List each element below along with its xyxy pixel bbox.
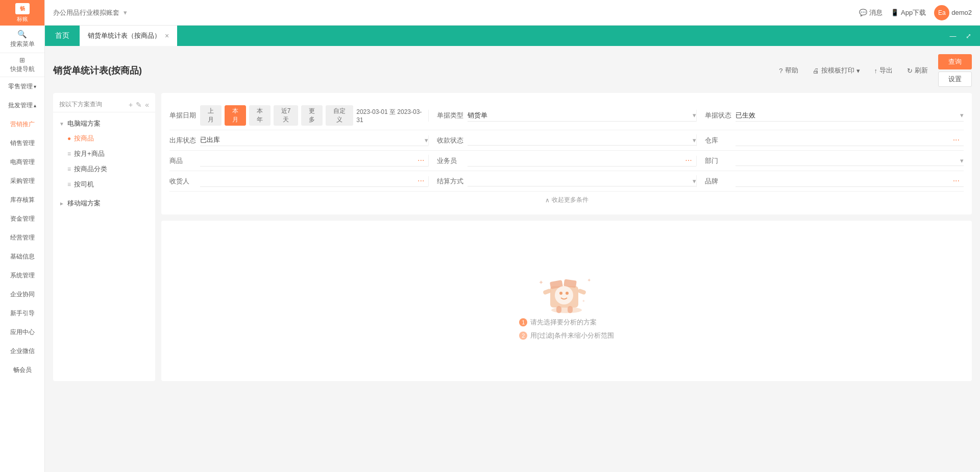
sidebar-item-purchase[interactable]: 采购管理 [0, 172, 44, 191]
scheme-panel-header: 按以下方案查询 + ✎ « [53, 97, 155, 112]
consignee-dots-icon[interactable]: ··· [413, 176, 428, 185]
custom-btn[interactable]: 自定义 [326, 105, 353, 126]
dept-label: 部门 [705, 156, 736, 166]
scheme-item-by-product[interactable]: ● 按商品 [53, 131, 155, 146]
message-btn[interactable]: 💬 消息 [859, 8, 883, 17]
status-filter: 已生效 ▾ [736, 110, 964, 122]
export-btn[interactable]: ↑ 导出 [870, 64, 897, 77]
list-icon-2: ≡ [67, 166, 71, 173]
type-filter: 销货单 ▾ [468, 110, 696, 122]
svg-rect-10 [568, 306, 573, 313]
filter-group-consignee: 收货人 ··· [169, 175, 428, 187]
sales-dots-icon[interactable]: ··· [681, 156, 696, 165]
date-filter-label: 单据日期 [169, 111, 200, 120]
sidebar-quicknav-item[interactable]: ⊞ 快捷导航 [0, 53, 44, 77]
filter-group-date: 单据日期 上月 本月 本年 近7天 更多 自定义 2023-03-01 至 20… [169, 105, 428, 126]
scheme-add-icon[interactable]: + [129, 101, 133, 109]
sidebar-item-enterprise[interactable]: 企业协同 [0, 285, 44, 304]
payment-label: 结算方式 [437, 177, 468, 186]
right-panel: 单据日期 上月 本月 本年 近7天 更多 自定义 2023-03-01 至 20… [161, 93, 972, 381]
this-month-btn[interactable]: 本月 [225, 105, 246, 126]
sidebar-item-finance[interactable]: 资金管理 [0, 209, 44, 228]
outstatus-dropdown-icon[interactable]: ▾ [425, 136, 428, 144]
hint-num-2: 2 [519, 332, 527, 340]
empty-hints: 1 请先选择要分析的方案 2 用[过滤]条件来缩小分析范围 [519, 318, 614, 340]
query-button[interactable]: 查询 [938, 54, 972, 69]
filter-group-type: 单据类型 销货单 ▾ [428, 110, 696, 122]
payment-dropdown-icon[interactable]: ▾ [693, 177, 696, 185]
sidebar-item-basic[interactable]: 基础信息 [0, 247, 44, 266]
scheme-section-mobile: ► 移动端方案 [53, 194, 155, 213]
status-select-value: 已生效 [736, 111, 960, 120]
this-year-btn[interactable]: 本年 [249, 105, 271, 126]
scheme-item-by-month-product[interactable]: ≡ 按月+商品 [53, 146, 155, 161]
warehouse-dots-icon[interactable]: ··· [949, 135, 964, 145]
scheme-collapse-icon[interactable]: « [145, 101, 149, 109]
scheme-edit-icon[interactable]: ✎ [136, 101, 142, 109]
sidebar-item-sales[interactable]: 销售管理 [0, 134, 44, 153]
status-dropdown-icon[interactable]: ▾ [960, 111, 964, 119]
print-btn[interactable]: 🖨 按模板打印 ▾ [808, 64, 864, 77]
sidebar-newguide-label: 新手引导 [10, 309, 35, 318]
outstatus-filter: 已出库 ▾ [200, 134, 428, 146]
filter-group-status: 单据状态 已生效 ▾ [696, 110, 964, 122]
sidebar-item-appcenter[interactable]: 应用中心 [0, 323, 44, 342]
scheme-section-desktop-title[interactable]: ▼ 电脑端方案 [53, 116, 155, 131]
hint-text-2: 用[过滤]条件来缩小分析范围 [530, 331, 614, 340]
scheme-item-by-category[interactable]: ≡ 按商品分类 [53, 161, 155, 177]
brand-filter: ··· [736, 175, 964, 187]
last-month-btn[interactable]: 上月 [200, 105, 222, 126]
help-btn[interactable]: ? 帮助 [775, 64, 802, 77]
dept-filter: ▾ [736, 156, 964, 166]
scheme-item-by-driver[interactable]: ≡ 按司机 [53, 177, 155, 192]
sidebar-item-wholesale[interactable]: 批发管理 ▴ [0, 96, 44, 115]
more-btn[interactable]: 更多 [301, 105, 323, 126]
receiptstatus-label: 收款状态 [437, 136, 468, 145]
tab-bar-actions: — ⤢ [941, 26, 980, 46]
empty-hint-2: 2 用[过滤]条件来缩小分析范围 [519, 331, 614, 340]
brand-dots-icon[interactable]: ··· [949, 176, 964, 185]
sidebar-item-member[interactable]: 畅会员 [0, 361, 44, 380]
status-filter-label: 单据状态 [705, 111, 736, 120]
dropdown-icon[interactable]: ▾ [124, 9, 127, 16]
section-arrow-down-icon: ▼ [59, 121, 64, 127]
tab-active-label: 销货单统计表（按商品） [88, 31, 161, 40]
dept-dropdown-icon[interactable]: ▾ [960, 157, 964, 164]
collapse-label: 收起更多条件 [552, 196, 589, 204]
avatar: Ea [934, 5, 949, 20]
help-label: 帮助 [785, 66, 798, 75]
date-range-display: 2023-03-01 至 2023-03-31 [356, 108, 428, 124]
sidebar-member-label: 畅会员 [13, 366, 32, 374]
sidebar-item-ecommerce[interactable]: 电商管理 [0, 153, 44, 172]
app-download-btn[interactable]: 📱 App下载 [891, 8, 926, 17]
sidebar-quicknav-label: 快捷导航 [10, 65, 35, 73]
sidebar-item-operations[interactable]: 经营管理 [0, 228, 44, 247]
sidebar-item-system[interactable]: 系统管理 [0, 266, 44, 285]
sidebar-item-newguide[interactable]: 新手引导 [0, 304, 44, 323]
tab-minimize-btn[interactable]: — [947, 30, 959, 41]
receiptstatus-dropdown-icon[interactable]: ▾ [693, 136, 696, 144]
sidebar-basic-label: 基础信息 [10, 252, 35, 261]
export-icon: ↑ [874, 67, 878, 75]
empty-hint-1: 1 请先选择要分析的方案 [519, 318, 614, 327]
section-desktop-label: 电脑端方案 [67, 119, 101, 128]
tab-home[interactable]: 首页 [45, 26, 80, 46]
sidebar-item-marketing[interactable]: 营销推广 [0, 115, 44, 134]
type-dropdown-icon[interactable]: ▾ [693, 111, 696, 119]
user-profile-btn[interactable]: Ea demo2 [934, 5, 972, 20]
svg-text:✦: ✦ [582, 299, 585, 303]
tab-close-icon[interactable]: × [165, 32, 169, 39]
sidebar-item-wechat[interactable]: 企业微信 [0, 342, 44, 361]
sidebar-item-retail[interactable]: 零售管理 ▾ [0, 77, 44, 96]
product-dots-icon[interactable]: ··· [413, 156, 428, 165]
sales-filter: ··· [468, 155, 696, 167]
collapse-more-bar[interactable]: ∧ 收起更多条件 [169, 192, 964, 206]
scheme-section-mobile-title[interactable]: ► 移动端方案 [53, 196, 155, 210]
tab-active[interactable]: 销货单统计表（按商品） × [80, 26, 177, 46]
settings-button[interactable]: 设置 [938, 72, 972, 87]
tab-maximize-btn[interactable]: ⤢ [963, 30, 974, 41]
refresh-btn[interactable]: ↻ 刷新 [903, 64, 932, 77]
last7-btn[interactable]: 近7天 [274, 105, 299, 126]
sidebar-search-item[interactable]: 🔍 搜索菜单 [0, 26, 44, 53]
sidebar-item-inventory[interactable]: 库存核算 [0, 191, 44, 209]
